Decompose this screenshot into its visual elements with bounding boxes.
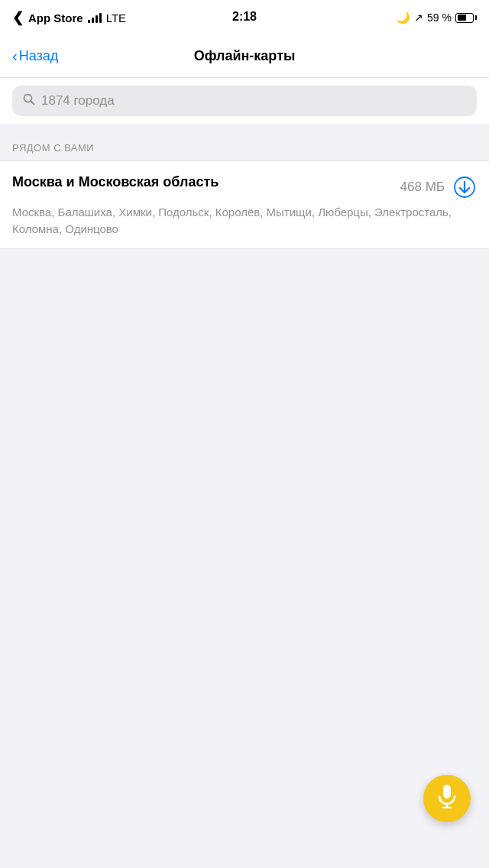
status-bar: ❮ App Store LTE 2:18 🌙 ↗ 59 % [0, 0, 489, 35]
location-icon: ↗ [414, 11, 423, 24]
mic-icon [436, 784, 458, 814]
city-list-subtitle: Москва, Балашиха, Химки, Подольск, Корол… [12, 204, 477, 238]
status-right: 🌙 ↗ 59 % [396, 11, 477, 24]
do-not-disturb-icon: 🌙 [396, 11, 410, 24]
voice-search-fab[interactable] [423, 775, 471, 822]
file-size-label: 468 МБ [400, 180, 445, 195]
battery-label: 59 % [427, 11, 452, 24]
search-placeholder: 1874 города [41, 93, 115, 108]
nearby-section-header: РЯДОМ С ВАМИ [0, 130, 489, 160]
city-region-title: Москва и Московская область [12, 173, 400, 191]
search-icon [23, 93, 35, 108]
status-time: 2:18 [232, 10, 257, 24]
status-left: ❮ App Store LTE [12, 9, 126, 26]
page-title: Офлайн-карты [194, 48, 296, 64]
nav-bar: ‹ Назад Офлайн-карты [0, 35, 489, 78]
section-divider [0, 124, 489, 130]
chevron-left-icon: ‹ [12, 47, 18, 65]
list-item-meta: 468 МБ [400, 173, 477, 199]
iphone-back-icon: ❮ [12, 9, 24, 26]
svg-line-1 [31, 102, 34, 105]
nearby-list: Москва и Московская область 468 МБ Москв… [0, 160, 489, 249]
list-item: Москва и Московская область 468 МБ Москв… [0, 161, 489, 248]
carrier-label: App Store [28, 11, 83, 24]
search-container: 1874 города [0, 78, 489, 124]
back-button[interactable]: ‹ Назад [12, 47, 58, 65]
download-button[interactable] [452, 175, 477, 199]
battery-icon [455, 13, 477, 23]
network-type-label: LTE [106, 11, 126, 24]
body-background [0, 249, 489, 555]
nearby-header-label: РЯДОМ С ВАМИ [12, 142, 94, 154]
signal-bars [88, 12, 102, 23]
search-box[interactable]: 1874 города [12, 86, 477, 116]
svg-rect-4 [443, 785, 451, 798]
back-label: Назад [19, 48, 59, 64]
